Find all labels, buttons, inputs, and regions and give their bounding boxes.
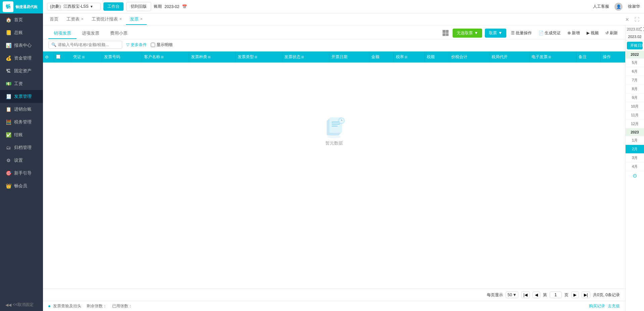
sidebar-item-member[interactable]: 👑 畅会员 bbox=[0, 180, 43, 192]
customer-filter-icon[interactable]: ⊞ bbox=[161, 55, 164, 59]
refresh-button[interactable]: ↺ 刷新 bbox=[603, 29, 620, 37]
sidebar-item-salary[interactable]: 💵 工资 bbox=[0, 77, 43, 90]
sidebar-item-invoice[interactable]: 🧾 发票管理 bbox=[0, 90, 43, 103]
batch-ops-button[interactable]: ☰ 批量操作 bbox=[509, 29, 534, 37]
sub-tab-receipts[interactable]: 费用小票 bbox=[105, 28, 133, 39]
month-2022-11[interactable]: 11月 bbox=[626, 111, 644, 120]
e-invoice-filter-icon[interactable]: ⊞ bbox=[548, 55, 551, 59]
sidebar-item-label: 固定资产 bbox=[14, 68, 32, 74]
col-tax-open: 税局代开 bbox=[489, 51, 530, 63]
sidebar-item-settings[interactable]: ⚙ 设置 bbox=[0, 154, 43, 167]
search-box[interactable]: 🔍 bbox=[48, 41, 122, 49]
month-2022-12[interactable]: 12月 bbox=[626, 120, 644, 128]
col-customer: 客户名称 ⊞ bbox=[142, 51, 189, 63]
page-number-input[interactable] bbox=[550, 291, 562, 298]
no-pick-button[interactable]: 无选取票 ▼ bbox=[453, 29, 482, 38]
sidebar-item-tax[interactable]: 🧮 税务管理 bbox=[0, 116, 43, 128]
footer-remaining: 剩余张数： bbox=[87, 303, 107, 309]
workspace-button[interactable]: 工作台 bbox=[103, 2, 124, 11]
month-2022-05[interactable]: 5月 bbox=[626, 59, 644, 67]
per-page-select[interactable]: 50 ▼ bbox=[506, 291, 518, 298]
month-2022-06[interactable]: 6月 bbox=[626, 67, 644, 76]
per-page-value: 50 bbox=[507, 293, 512, 297]
tab-salary-report[interactable]: 工资统计报表 ✕ bbox=[88, 14, 126, 25]
assets-icon: 🏗 bbox=[5, 68, 11, 74]
sidebar-collapse-btn[interactable]: ◀◀ <<取消固定 bbox=[0, 299, 43, 311]
col-invoice-no: 发票号码 bbox=[102, 51, 142, 63]
tabs-expand-button[interactable]: ⛶ bbox=[633, 16, 641, 23]
tab-invoice-close-icon[interactable]: ✕ bbox=[140, 17, 143, 21]
tab-home[interactable]: 首页 bbox=[46, 14, 62, 25]
month-2023-01[interactable]: 1月 bbox=[626, 136, 644, 145]
empty-text: 暂元数据 bbox=[325, 140, 343, 146]
switch-old-button[interactable]: 切到旧版 bbox=[126, 2, 151, 11]
sidebar-item-label: 报表中心 bbox=[14, 42, 32, 48]
batch-ops-label: 批量操作 bbox=[516, 30, 532, 36]
filter-icon: ▽ bbox=[126, 42, 129, 47]
sidebar-item-home[interactable]: 🏠 首页 bbox=[0, 13, 43, 26]
archive-icon: 🗂 bbox=[5, 145, 11, 151]
show-detail-checkbox[interactable] bbox=[151, 43, 155, 47]
date-panel-header2[interactable]: 2023.02 bbox=[626, 33, 644, 40]
new-button[interactable]: ⊕ 新增 bbox=[565, 29, 582, 37]
sidebar-item-archive[interactable]: 🗂 归档管理 bbox=[0, 141, 43, 154]
content-area: 销项发票 进项发票 费用小票 无选取票 ▼ bbox=[43, 26, 644, 311]
sub-tab-outbound[interactable]: 销项发票 bbox=[48, 28, 77, 39]
refresh-icon: ↺ bbox=[605, 31, 609, 35]
invoice-status-filter-icon[interactable]: ⊞ bbox=[301, 55, 304, 59]
tab-home-label: 首页 bbox=[50, 16, 58, 22]
sidebar-item-assets[interactable]: 🏗 固定资产 bbox=[0, 65, 43, 77]
month-2023-03[interactable]: 3月 bbox=[626, 154, 644, 162]
open-period-button[interactable]: 开账日期 bbox=[627, 42, 643, 49]
invoice-type-filter-icon[interactable]: ⊞ bbox=[208, 55, 211, 59]
voucher-filter-icon[interactable]: ⊞ bbox=[82, 55, 85, 59]
search-input[interactable] bbox=[58, 42, 119, 47]
date-panel-expand-icon[interactable]: ⛶ bbox=[640, 27, 644, 32]
show-detail-toggle[interactable]: 显示明细 bbox=[151, 42, 173, 48]
checkout-icon: ✅ bbox=[5, 132, 11, 138]
sidebar-item-sales[interactable]: 📋 进销台账 bbox=[0, 103, 43, 116]
sidebar-item-guide[interactable]: 🎯 新手引导 bbox=[0, 167, 43, 180]
more-filter-button[interactable]: ▽ 更多条件 bbox=[126, 42, 147, 48]
sidebar-item-reports[interactable]: 📊 报表中心 bbox=[0, 39, 43, 52]
sidebar-item-checkout[interactable]: ✅ 结账 bbox=[0, 128, 43, 141]
pick-button[interactable]: 取票 ▼ bbox=[485, 29, 506, 38]
month-2022-09[interactable]: 9月 bbox=[626, 93, 644, 102]
video-button[interactable]: ▶ 视频 bbox=[585, 29, 601, 37]
sidebar-item-funds[interactable]: 💰 资金管理 bbox=[0, 52, 43, 65]
month-2022-08[interactable]: 8月 bbox=[626, 85, 644, 93]
first-page-button[interactable]: |◀ bbox=[521, 291, 530, 298]
page-label: 第 bbox=[543, 292, 547, 298]
sidebar-item-label: 税务管理 bbox=[14, 119, 32, 125]
tax-rate-filter-icon[interactable]: ⊞ bbox=[405, 55, 407, 59]
month-2022-10[interactable]: 10月 bbox=[626, 102, 644, 111]
tab-salary[interactable]: 工资表 ✕ bbox=[62, 14, 88, 25]
remaining-label: 剩余张数： bbox=[87, 304, 107, 308]
buy-record-link[interactable]: 购买记录 bbox=[589, 303, 605, 309]
next-page-button[interactable]: ▶ bbox=[571, 291, 579, 298]
tab-salary-report-close-icon[interactable]: ✕ bbox=[119, 17, 122, 21]
tabs-close-button[interactable]: ✕ bbox=[623, 16, 631, 23]
col-checkbox bbox=[54, 51, 71, 63]
prev-page-button[interactable]: ◀ bbox=[533, 291, 540, 298]
gen-voucher-button[interactable]: 📄 生成凭证 bbox=[537, 29, 563, 37]
column-settings-icon[interactable] bbox=[443, 30, 449, 36]
reports-icon: 📊 bbox=[5, 42, 11, 48]
sidebar-item-ledger[interactable]: 📒 总账 bbox=[0, 26, 43, 39]
sub-tab-inbound[interactable]: 进项发票 bbox=[77, 28, 105, 39]
support-btn[interactable]: 人工客服 bbox=[593, 4, 609, 9]
company-selector[interactable]: (勿删）江西股宝-LSS ▼ bbox=[47, 3, 101, 10]
sidebar-item-label: 首页 bbox=[14, 17, 23, 23]
last-page-button[interactable]: ▶| bbox=[582, 291, 590, 298]
month-2023-02[interactable]: 2月 bbox=[626, 145, 644, 154]
tab-salary-close-icon[interactable]: ✕ bbox=[81, 17, 84, 21]
recharge-link[interactable]: 去充值 bbox=[608, 303, 620, 309]
date-panel-header2-text: 2023.02 bbox=[628, 35, 642, 39]
month-2023-04[interactable]: 4月 bbox=[626, 162, 644, 171]
tab-invoice[interactable]: 发票 ✕ bbox=[126, 14, 147, 25]
invoice-kind-filter-icon[interactable]: ⊞ bbox=[255, 55, 257, 59]
sidebar-item-label: 发票管理 bbox=[14, 93, 32, 100]
sidebar-item-label: 归档管理 bbox=[14, 145, 32, 151]
select-all-checkbox[interactable] bbox=[56, 54, 60, 59]
month-2022-07[interactable]: 7月 bbox=[626, 76, 644, 85]
